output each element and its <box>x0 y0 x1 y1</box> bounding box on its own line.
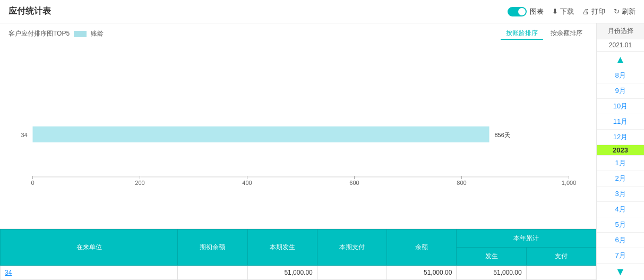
chart-sort-btns: 按账龄排序 按余额排序 <box>501 28 588 40</box>
sidebar-month-5[interactable]: 5月 <box>597 217 644 233</box>
row-benfaqi: 51,000.00 <box>247 266 317 280</box>
sidebar-month-12[interactable]: 12月 <box>597 130 644 145</box>
row-nianfaqi: 51,000.00 <box>457 266 526 280</box>
row-yue: 51,000.00 <box>387 266 457 280</box>
table-header-row: 在来单位 期初余额 本期发生 本期支付 余额 本年累计 <box>1 230 596 248</box>
svg-text:400: 400 <box>242 180 252 186</box>
svg-text:800: 800 <box>457 180 466 186</box>
app-container: 应付统计表 图表 ⬇ 下载 🖨 打印 ↻ 刷新 <box>0 0 644 280</box>
col-header-nianlei: 本年累计 <box>457 230 596 248</box>
sidebar-month-3[interactable]: 3月 <box>597 186 644 202</box>
col-subheader-zhifu: 支付 <box>526 248 596 266</box>
bar-rect <box>33 126 490 142</box>
sidebar-month-list: 8月 9月 10月 11月 12月 2023 1月 2月 3月 4月 5月 6月… <box>597 68 644 264</box>
row-name[interactable]: 34 <box>1 266 178 280</box>
chart-legend: 客户应付排序图TOP5 账龄 <box>8 29 104 38</box>
chart-section: 客户应付排序图TOP5 账龄 按账龄排序 按余额排序 34 <box>0 23 596 280</box>
print-button[interactable]: 🖨 打印 <box>582 7 605 16</box>
up-arrow-icon: ▲ <box>615 54 626 66</box>
main-content: 客户应付排序图TOP5 账龄 按账龄排序 按余额排序 34 <box>0 23 644 280</box>
chart-top: 客户应付排序图TOP5 账龄 按账龄排序 按余额排序 <box>0 23 596 44</box>
page-title: 应付统计表 <box>8 6 51 17</box>
table-row: 34 51,000.00 51,000.00 51,000.00 <box>1 266 596 280</box>
sidebar-month-1[interactable]: 1月 <box>597 156 644 171</box>
sidebar-month-4[interactable]: 4月 <box>597 202 644 217</box>
print-label: 打印 <box>591 7 605 16</box>
sidebar-up-button[interactable]: ▲ <box>597 52 644 68</box>
col-header-yue: 余额 <box>387 230 457 266</box>
download-button[interactable]: ⬇ 下载 <box>552 7 574 16</box>
chart-toggle-label: 图表 <box>530 7 544 16</box>
sidebar-down-button[interactable]: ▼ <box>597 264 644 280</box>
download-icon: ⬇ <box>552 7 558 15</box>
download-label: 下载 <box>560 7 574 16</box>
down-arrow-icon: ▼ <box>615 266 626 278</box>
sidebar-month-7[interactable]: 7月 <box>597 248 644 264</box>
chart-toggle-group: 图表 <box>508 7 544 16</box>
sort-by-balance-button[interactable]: 按余额排序 <box>545 28 588 40</box>
col-header-benfaqi: 本期发生 <box>247 230 317 266</box>
chart-svg-area: 34 856天 0 200 400 600 800 1,000 <box>8 44 588 193</box>
row-nianzhifu <box>526 266 596 280</box>
refresh-icon: ↻ <box>614 7 620 15</box>
sidebar-month-10[interactable]: 10月 <box>597 99 644 114</box>
row-benzhifu <box>317 266 387 280</box>
sidebar-header: 月份选择 <box>597 23 644 39</box>
print-icon: 🖨 <box>582 7 589 15</box>
sidebar-month-2[interactable]: 2月 <box>597 171 644 186</box>
chart-wrapper: 34 856天 0 200 400 600 800 1,000 <box>0 44 596 228</box>
sort-by-age-button[interactable]: 按账龄排序 <box>501 28 543 40</box>
chart-toggle[interactable] <box>508 7 527 16</box>
col-header-benzhifu: 本期支付 <box>317 230 387 266</box>
sidebar-month-8[interactable]: 8月 <box>597 68 644 83</box>
svg-text:600: 600 <box>349 180 359 186</box>
col-header-qichu: 期初余额 <box>178 230 247 266</box>
y-axis-label: 34 <box>21 132 28 138</box>
col-header-name: 在来单位 <box>1 230 178 266</box>
data-table: 在来单位 期初余额 本期发生 本期支付 余额 本年累计 发生 支付 <box>0 229 596 280</box>
svg-text:1,000: 1,000 <box>562 180 577 186</box>
svg-text:0: 0 <box>31 180 34 186</box>
sidebar-year-marker: 2023 <box>597 145 644 156</box>
header-actions: 图表 ⬇ 下载 🖨 打印 ↻ 刷新 <box>508 7 636 16</box>
sidebar: 月份选择 2021.01 ▲ 8月 9月 10月 11月 12月 2023 1月… <box>596 23 644 280</box>
table-wrapper: 在来单位 期初余额 本期发生 本期支付 余额 本年累计 发生 支付 <box>0 229 596 280</box>
sidebar-month-6[interactable]: 6月 <box>597 233 644 248</box>
row-qichu <box>178 266 247 280</box>
sidebar-month-11[interactable]: 11月 <box>597 114 644 130</box>
refresh-button[interactable]: ↻ 刷新 <box>614 7 636 16</box>
legend-box <box>74 31 87 37</box>
header: 应付统计表 图表 ⬇ 下载 🖨 打印 ↻ 刷新 <box>0 0 644 23</box>
col-subheader-faqi: 发生 <box>457 248 526 266</box>
sidebar-month-9[interactable]: 9月 <box>597 83 644 99</box>
legend-box-label: 账龄 <box>91 29 104 38</box>
svg-text:200: 200 <box>135 180 144 186</box>
sidebar-year-display: 2021.01 <box>597 39 644 52</box>
table-section: 在来单位 期初余额 本期发生 本期支付 余额 本年累计 发生 支付 <box>0 228 596 280</box>
bar-chart-svg: 34 856天 0 200 400 600 800 1,000 <box>8 44 588 193</box>
bar-value-label: 856天 <box>495 132 510 138</box>
legend-text: 客户应付排序图TOP5 <box>8 29 70 38</box>
refresh-label: 刷新 <box>622 7 636 16</box>
